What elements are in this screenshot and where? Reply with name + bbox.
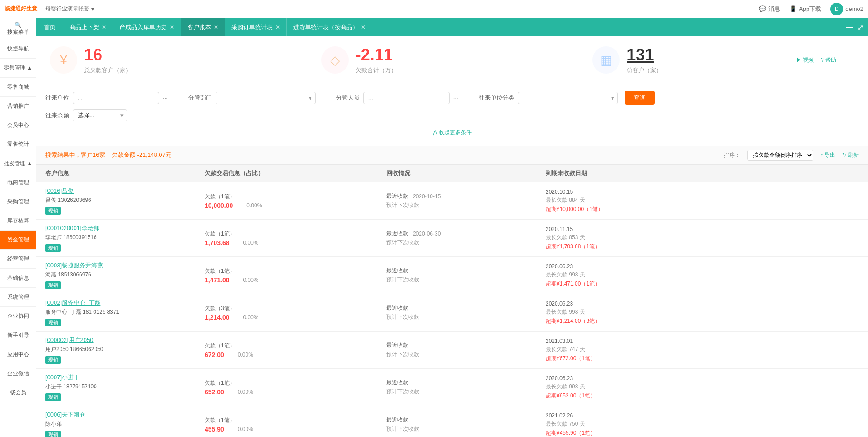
sidebar-item-vip-member[interactable]: 畅会员 xyxy=(0,383,36,402)
customer-name-link[interactable]: [0016]吕俊 xyxy=(45,187,205,195)
avatar: D xyxy=(830,3,843,15)
sidebar-item-beginner[interactable]: 新手引导 xyxy=(0,326,36,345)
filter-collapse-button[interactable]: ⋀ 收起更多条件 xyxy=(45,126,859,139)
overdue-amount[interactable]: 超期¥1,703.68（1笔） xyxy=(546,243,859,251)
sidebar-item-app-center[interactable]: 应用中心 xyxy=(0,345,36,364)
next-collection: 预计下次收款 xyxy=(386,276,546,284)
tab-purchase-order[interactable]: 采购订单统计表 ✕ xyxy=(225,18,287,36)
overdue-days: 最长欠款 750 天 xyxy=(546,420,859,428)
debt-count: 欠款（1笔） xyxy=(205,193,386,201)
cell-collection-3: 最近收款 预计下次收款 xyxy=(386,299,546,326)
app-icon: 📱 xyxy=(789,5,797,12)
customer-phone: 小进干 18279152100 xyxy=(45,383,205,391)
cell-debt-5: 欠款（1笔） 652.00 0.00% xyxy=(205,373,386,401)
sidebar-item-marketing[interactable]: 营销推广 xyxy=(0,97,36,116)
customer-name-link[interactable]: [0006]去下粮仓 xyxy=(45,411,205,419)
refresh-button[interactable]: ↻ 刷新 xyxy=(842,151,859,159)
debt-customers-label: 总欠款客户（家） xyxy=(84,66,131,75)
sidebar-item-basic-info[interactable]: 基础信息 xyxy=(0,269,36,288)
cell-collection-0: 最近收款 2020-10-15 预计下次收款 xyxy=(386,187,546,215)
search-button[interactable]: 查询 xyxy=(625,91,655,105)
customer-tag: 现销 xyxy=(45,393,61,401)
debt-count: 欠款（1笔） xyxy=(205,342,386,350)
debt-ratio: 0.00% xyxy=(238,389,253,395)
tab-close-icon[interactable]: ✕ xyxy=(361,24,366,30)
tab-close-icon[interactable]: ✕ xyxy=(102,24,106,30)
cell-debt-1: 欠款（1笔） 1,703.68 0.00% xyxy=(205,224,386,252)
debt-count: 欠款（1笔） xyxy=(205,267,386,275)
sidebar-item-label: 畅会员 xyxy=(2,389,34,397)
tab-close-icon[interactable]: ✕ xyxy=(276,24,280,30)
summary-card-debt-total: ◇ -2.11 欠款合计（万） xyxy=(312,45,584,75)
overdue-amount[interactable]: 超期¥652.00（1笔） xyxy=(546,392,859,400)
filter-category: 往来单位分类 ▾ xyxy=(479,92,618,104)
department-input[interactable] xyxy=(216,92,316,104)
customer-name-link[interactable]: [0002]服务中心_丁磊 xyxy=(45,299,205,307)
table-row: [000002]用户2050 用户2050 18665062050 现销 欠款（… xyxy=(36,332,868,369)
supplier-input[interactable] xyxy=(73,92,159,104)
sidebar-item-purchase[interactable]: 采购管理 xyxy=(0,192,36,211)
sidebar-item-enterprise-collab[interactable]: 企业协同 xyxy=(0,307,36,326)
cell-overdue-6: 2021.02.26 最长欠款 750 天 超期¥455.90（1笔） xyxy=(546,411,859,437)
sidebar-item-ecommerce[interactable]: 电商管理 xyxy=(0,173,36,192)
balance-select[interactable]: 选择... xyxy=(73,109,127,121)
person-input[interactable] xyxy=(363,92,450,104)
sidebar-item-membership[interactable]: 会员中心 xyxy=(0,116,36,135)
overdue-date: 2020.10.15 xyxy=(546,189,859,195)
tab-product-history[interactable]: 产成品入库单历史 ✕ xyxy=(113,18,181,36)
customer-name-link[interactable]: [000002]用户2050 xyxy=(45,336,205,344)
tab-close-icon[interactable]: ✕ xyxy=(214,24,218,30)
customer-name-link[interactable]: [0001020001]李老师 xyxy=(45,224,205,232)
tab-close-icon[interactable]: ✕ xyxy=(170,24,174,30)
sidebar-item-inventory[interactable]: 库存核算 xyxy=(0,211,36,231)
sidebar-item-retail-store[interactable]: 零售商城 xyxy=(0,78,36,97)
overdue-amount[interactable]: 超期¥1,214.00（3笔） xyxy=(546,317,859,325)
user-menu[interactable]: D demo2 xyxy=(830,3,863,15)
overdue-amount[interactable]: 超期¥10,000.00（1笔） xyxy=(546,206,859,213)
customer-name-link[interactable]: [0003]畅捷服务尹海燕 xyxy=(45,261,205,270)
col-header-debt: 欠款交易信息（占比） xyxy=(205,169,386,177)
filter-department: 分管部门 ▾ xyxy=(188,92,316,104)
sidebar-item-batch-mgmt[interactable]: 批发管理 ▲ xyxy=(0,154,36,173)
debt-customers-number: 16 xyxy=(84,45,131,65)
app-download-button[interactable]: 📱 App下载 xyxy=(789,5,821,13)
overdue-amount[interactable]: 超期¥455.90（1笔） xyxy=(546,429,859,437)
video-button[interactable]: ▶ 视频 xyxy=(796,56,814,64)
tab-customer-account[interactable]: 客户账本 ✕ xyxy=(181,18,225,36)
sidebar-item-enterprise-wechat[interactable]: 企业微信 xyxy=(0,364,36,383)
filter-supplier: 往来单位 ··· xyxy=(45,92,168,104)
message-button[interactable]: 💬 消息 xyxy=(759,5,780,13)
sidebar-item-quick-nav[interactable]: 快捷导航 xyxy=(0,40,36,59)
tab-import-statistics[interactable]: 进货单统计表（按商品） ✕ xyxy=(287,18,372,36)
sidebar-item-retail-stats[interactable]: 零售统计 xyxy=(0,135,36,154)
overdue-amount[interactable]: 超期¥672.00（1笔） xyxy=(546,355,859,362)
customer-name-link[interactable]: [0007]小进干 xyxy=(45,373,205,382)
person-dots[interactable]: ··· xyxy=(453,95,458,101)
sidebar-item-operations[interactable]: 经营管理 xyxy=(0,250,36,269)
sidebar-item-system[interactable]: 系统管理 xyxy=(0,288,36,307)
tab-minimize-icon[interactable]: — xyxy=(846,23,853,31)
collection-label: 最近收款 xyxy=(386,416,408,424)
total-customers-number: 131 xyxy=(627,45,662,65)
help-button[interactable]: ? 帮助 xyxy=(821,56,836,64)
category-input[interactable] xyxy=(518,92,618,104)
search-menu-button[interactable]: 🔍 搜索菜单 xyxy=(0,18,36,40)
content-area: ¥ 16 总欠款客户（家） ◇ -2.11 欠款合计（万） xyxy=(36,36,868,437)
chevron-down-icon: ▾ xyxy=(91,6,94,12)
overdue-amount[interactable]: 超期¥1,471.00（1笔） xyxy=(546,280,859,288)
sidebar-item-label: 营销推广 xyxy=(2,102,34,110)
cell-customer-5: [0007]小进干 小进干 18279152100 现销 xyxy=(45,373,205,401)
sidebar-item-finance[interactable]: 资金管理 xyxy=(0,231,36,250)
tab-product-offline[interactable]: 商品上下架 ✕ xyxy=(63,18,113,36)
sidebar-item-retail-mgmt[interactable]: 零售管理 ▲ xyxy=(0,59,36,78)
collection-label: 最近收款 xyxy=(386,267,408,275)
supplier-dots[interactable]: ··· xyxy=(163,95,168,101)
tab-home-label: 首页 xyxy=(44,23,55,31)
tab-bar-right: — ⤢ xyxy=(846,23,868,32)
tab-maximize-icon[interactable]: ⤢ xyxy=(858,23,863,32)
tab-home[interactable]: 首页 xyxy=(36,18,63,36)
table-row: [0002]服务中心_丁磊 服务中心_丁磊 181 0125 8371 现销 欠… xyxy=(36,294,868,332)
sort-select[interactable]: 按欠款金额倒序排序 xyxy=(747,150,813,161)
industry-selector[interactable]: 母婴行业演示账套 ▾ xyxy=(41,5,99,13)
export-button[interactable]: ↑ 导出 xyxy=(820,151,835,159)
